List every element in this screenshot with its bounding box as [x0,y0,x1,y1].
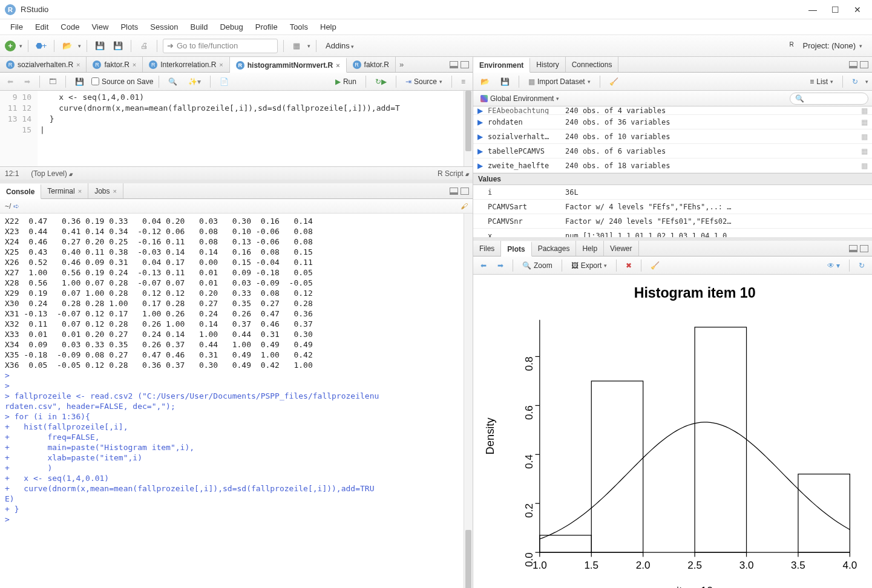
console-output[interactable]: X22 0.47 0.36 0.19 0.33 0.04 0.20 0.03 0… [0,214,473,588]
export-button[interactable]: 🖼 Export [568,260,611,271]
editor-scrollbar[interactable] [464,91,473,166]
minimize-button[interactable]: — [808,5,817,15]
tab-histogrammitNormvert[interactable]: RhistogrammitNormvert.R× [230,57,347,73]
menu-plots[interactable]: Plots [115,21,143,33]
tab-faktor2[interactable]: Rfaktor.R [347,57,396,72]
env-item[interactable]: ▶zweite_haelfte240 obs. of 18 variables▦ [473,158,872,173]
list-view-button[interactable]: ≡ List [806,76,837,87]
tab-sozialverhalten[interactable]: Rsozialverhalten.R× [0,57,87,72]
close-tab-icon[interactable]: × [133,61,136,68]
env-value-item[interactable]: i36L [473,185,872,200]
prev-plot-button[interactable]: ⬅ [477,260,490,271]
zoom-button[interactable]: 🔍 Zoom [519,260,556,271]
clear-console-button[interactable]: 🖌 [461,202,468,211]
clear-plots-button[interactable]: 🧹 [647,260,663,271]
forward-button[interactable]: ➡ [21,76,34,87]
env-item[interactable]: ▶sozialverhalt…240 obs. of 10 variables▦ [473,129,872,144]
menu-build[interactable]: Build [185,21,214,33]
addins-dropdown[interactable]: Addins [322,40,358,51]
source-on-save-checkbox[interactable]: Source on Save [91,77,153,86]
goto-file-input[interactable]: ➜ Go to file/function [163,39,278,53]
tab-packages[interactable]: Packages [532,241,577,256]
tab-environment[interactable]: Environment [473,57,530,73]
save-all-button[interactable]: 💾 [111,39,125,53]
env-item[interactable]: ▶FEAbeobachtung240 obs. of 4 variables▦ [473,106,872,115]
run-button[interactable]: ▶ Run [332,76,360,87]
env-search-input[interactable]: 🔍 [790,93,868,105]
new-file-button[interactable]: + [5,41,16,51]
close-tab-icon[interactable]: × [113,188,117,195]
tab-terminal[interactable]: Terminal× [41,183,88,198]
save-button[interactable]: 💾 [93,39,107,53]
maximize-pane-button[interactable] [461,188,469,195]
close-tab-icon[interactable]: × [336,62,339,69]
show-in-new-window-button[interactable]: 🗔 [45,76,60,87]
tab-console[interactable]: Console [0,184,41,199]
source-button[interactable]: ⇥ Source [402,76,446,87]
console-scrollbar[interactable] [464,214,473,588]
language-indicator[interactable]: R Script ▴▾ [438,169,468,178]
scope-indicator[interactable]: (Top Level) ▴▾ [31,169,71,178]
env-value-item[interactable]: PCAMVSartFactor w/ 4 levels "FEfs","FEhs… [473,200,872,214]
env-item[interactable]: ▶tabellePCAMVS240 obs. of 6 variables▦ [473,144,872,158]
report-button[interactable]: 📄 [216,76,232,87]
remove-plot-button[interactable]: ✖ [622,260,635,271]
back-button[interactable]: ⬅ [4,76,17,87]
clear-env-button[interactable]: 🧹 [606,76,622,87]
menu-view[interactable]: View [86,21,114,33]
tab-connections[interactable]: Connections [566,57,619,72]
menu-edit[interactable]: Edit [30,21,54,33]
load-workspace-button[interactable]: 📂 [477,76,493,87]
tab-plots[interactable]: Plots [501,241,531,256]
save-source-button[interactable]: 💾 [71,76,88,87]
tab-help[interactable]: Help [576,241,604,256]
import-dataset-button[interactable]: ▦ Import Dataset [525,76,594,87]
maximize-pane-button[interactable] [461,61,469,68]
env-value-item[interactable]: xnum [1:301] 1 1.01 1.02 1.03 1.04 1.0… [473,229,872,237]
maximize-pane-button[interactable] [860,245,868,252]
refresh-plot-button[interactable]: ↻ [855,260,868,271]
tab-jobs[interactable]: Jobs× [88,183,123,198]
env-value-item[interactable]: PCAMVSnrFactor w/ 240 levels "FEfs01","F… [473,214,872,229]
minimize-pane-button[interactable] [450,188,458,195]
minimize-pane-button[interactable] [849,61,857,68]
menu-code[interactable]: Code [55,21,85,33]
maximize-pane-button[interactable] [860,61,868,68]
env-scope-selector[interactable]: Global Environment [477,93,563,104]
close-tab-icon[interactable]: × [219,61,223,68]
tab-history[interactable]: History [530,57,565,72]
menu-tools[interactable]: Tools [284,21,313,33]
tab-viewer[interactable]: Viewer [604,241,638,256]
menu-file[interactable]: File [5,21,28,33]
menu-session[interactable]: Session [145,21,183,33]
maximize-button[interactable]: ☐ [831,5,839,15]
tab-interkorrelation[interactable]: RInterkorrelation.R× [143,57,229,72]
refresh-env-button[interactable]: ↻ [848,76,862,87]
working-directory[interactable]: ~/ [5,202,11,211]
project-selector[interactable]: R Project: (None) ▾ [785,40,867,52]
env-item[interactable]: ▶rohdaten240 obs. of 36 variables▦ [473,115,872,129]
more-tabs-button[interactable]: » [396,57,407,72]
close-tab-icon[interactable]: × [78,188,82,195]
grid-view-button[interactable]: ▦ [289,39,304,53]
close-button[interactable]: ✕ [854,5,861,15]
next-plot-button[interactable]: ➡ [494,260,507,271]
outline-button[interactable]: ≡ [457,76,469,87]
wand-button[interactable]: ✨▾ [185,76,205,87]
close-tab-icon[interactable]: × [76,61,80,68]
minimize-pane-button[interactable] [450,61,458,68]
tab-files[interactable]: Files [473,241,501,256]
publish-button[interactable]: 👁 ▾ [824,260,844,271]
code-editor[interactable]: x <- seq(1,4,0.01) curve(dnorm(x,mean=me… [38,91,473,166]
new-project-button[interactable]: ⬣+ [34,39,48,53]
menu-help[interactable]: Help [315,21,342,33]
minimize-pane-button[interactable] [849,245,857,252]
menu-debug[interactable]: Debug [214,21,248,33]
rerun-button[interactable]: ↻▶ [372,76,390,87]
menu-profile[interactable]: Profile [250,21,283,33]
save-workspace-button[interactable]: 💾 [497,76,513,87]
print-button[interactable]: 🖨 [137,39,151,53]
open-file-button[interactable]: 📂 [60,39,74,53]
tab-faktor1[interactable]: Rfaktor.R× [87,57,143,72]
find-button[interactable]: 🔍 [165,76,181,87]
